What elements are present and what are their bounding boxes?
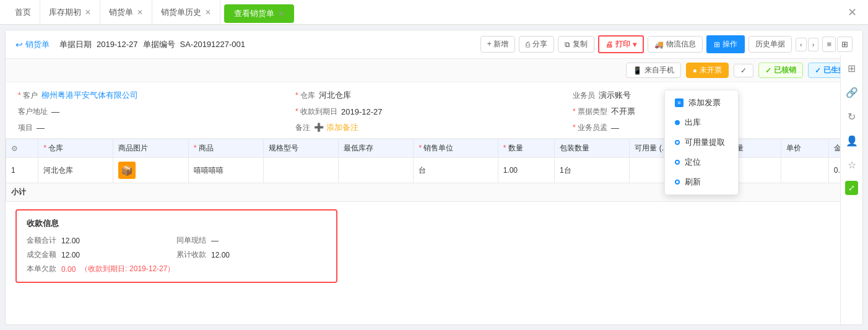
doc-actions: + 新增 ⎙ 分享 ⧉ 复制 🖨 打印 ▾ 🚚 物流信息 ⊞ 操作: [480, 35, 853, 53]
tab-bar: 首页 库存期初 ✕ 销货单 ✕ 销货单历史 ✕ 查看销货单 ✕ ✕: [0, 0, 868, 25]
col-sales-unit: * 销售单位: [414, 139, 498, 158]
doc-title-area: ↩ 销货单 单据日期 2019-12-27 单据编号 SA-20191227-0…: [15, 39, 480, 50]
doc-type-icon: ↩: [15, 40, 23, 50]
doc-date-value: 2019-12-27: [97, 40, 138, 49]
payment-row-total: 金额合计 12.00: [27, 235, 176, 246]
doc-meta: 单据日期 2019-12-27 单据编号 SA-20191227-001: [59, 39, 245, 50]
new-button[interactable]: + 新增: [480, 36, 515, 53]
same-settle-label: 同单现结: [176, 235, 206, 246]
check-mark: ✓: [765, 66, 771, 75]
tab-view-sales[interactable]: 查看销货单 ✕: [224, 4, 294, 23]
payment-title: 收款信息: [27, 218, 326, 229]
right-sidebar: ⊞ 🔗 ↻ 👤 ☆ ⤢: [840, 55, 862, 324]
next-arrow[interactable]: ›: [808, 38, 819, 51]
sub-toolbar: 📱 来自手机 ● 未开票 ✓ ✓ 已核销 ✓ 已生效: [6, 59, 862, 82]
close-view-sales[interactable]: ✕: [278, 10, 284, 17]
print-dropdown-icon: ▾: [633, 40, 636, 49]
from-phone-button[interactable]: 📱 来自手机: [626, 63, 681, 78]
cell-sales-unit: 台: [414, 158, 498, 183]
collected-value: 12.00: [211, 251, 230, 259]
doc-type-badge: ↩ 销货单: [15, 39, 50, 50]
cell-quantity: 1.00: [498, 158, 554, 183]
refresh-icon: [675, 180, 680, 185]
sidebar-table-icon[interactable]: ⊞: [845, 60, 858, 77]
cell-pack-qty: 1台: [555, 158, 630, 183]
payment-row-collected: 累计收款 12.00: [176, 250, 326, 260]
close-sales-order[interactable]: ✕: [137, 9, 143, 16]
not-open-button[interactable]: ● 未开票: [686, 63, 729, 78]
remark-row: 备注 ➕ 添加备注: [295, 122, 573, 133]
grid-view-btn[interactable]: ⊞: [837, 37, 853, 52]
menu-refresh[interactable]: 刷新: [665, 172, 738, 192]
cell-unit-price: [781, 158, 828, 183]
sidebar-star-icon[interactable]: ☆: [845, 157, 859, 173]
ship-out-label: 出库: [685, 117, 701, 128]
menu-available-qty[interactable]: 可用量提取: [665, 132, 738, 152]
doc-number-value: SA-20191227-001: [180, 40, 246, 49]
logistics-button[interactable]: 🚚 物流信息: [648, 36, 703, 53]
salesperson-label: 业务员孟: [573, 123, 607, 133]
ops-icon: ⊞: [714, 40, 720, 49]
col-min-stock: 最低库存: [339, 139, 414, 158]
list-view-btn[interactable]: ≡: [822, 37, 836, 52]
customer-row: 客户 柳州粤港平安气体有限公司: [18, 90, 295, 101]
col-warehouse: * 仓库: [38, 139, 113, 158]
col-settings[interactable]: ⚙: [6, 139, 38, 158]
cell-product: 嘻嘻嘻嘻: [188, 158, 263, 183]
tab-home[interactable]: 首页: [6, 0, 40, 25]
copy-button[interactable]: ⧉ 复制: [558, 36, 594, 53]
customer-value[interactable]: 柳州粤港平安气体有限公司: [41, 90, 138, 101]
customer-label: 客户: [18, 90, 38, 101]
share-button[interactable]: ⎙ 分享: [519, 36, 554, 53]
menu-ship-out[interactable]: 出库: [665, 113, 738, 132]
sidebar-refresh-icon[interactable]: ↻: [845, 108, 858, 125]
close-inventory-init[interactable]: ✕: [85, 9, 91, 16]
prev-arrow[interactable]: ‹: [796, 38, 807, 51]
settings-icon[interactable]: ⚙: [11, 144, 18, 153]
total-value: 12.00: [61, 237, 80, 245]
collected-label: 累计收款: [176, 250, 206, 260]
print-icon: 🖨: [605, 40, 613, 49]
history-button[interactable]: 历史单据: [749, 36, 792, 53]
deal-value: 12.00: [61, 251, 80, 259]
product-thumbnail: 📦: [118, 162, 136, 179]
cell-min-stock: [339, 158, 414, 183]
ship-out-icon: [675, 120, 680, 125]
tab-sales-order[interactable]: 销货单 ✕: [100, 0, 152, 25]
sidebar-expand-icon[interactable]: ⤢: [845, 181, 858, 195]
menu-add-invoice[interactable]: ≡ 添加发票: [665, 93, 738, 113]
remark-add[interactable]: ➕ 添加备注: [314, 122, 358, 133]
total-label: 金额合计: [27, 235, 56, 246]
payment-date-value: 2019-12-27: [341, 107, 383, 116]
refresh-label: 刷新: [685, 176, 701, 188]
cell-row-num: 1: [6, 158, 38, 183]
menu-location[interactable]: 定位: [665, 152, 738, 172]
copy-icon: ⧉: [565, 40, 570, 49]
project-label: 项目: [18, 123, 33, 133]
ops-button[interactable]: ⊞ 操作: [706, 35, 745, 53]
outstanding-label: 本单欠款: [27, 264, 56, 274]
close-sales-history[interactable]: ✕: [205, 9, 211, 16]
warehouse-value: 河北仓库: [319, 90, 351, 101]
tab-inventory-init[interactable]: 库存期初 ✕: [40, 0, 100, 25]
tab-sales-history[interactable]: 销货单历史 ✕: [152, 0, 220, 25]
cell-spec: [263, 158, 338, 183]
sidebar-user-icon[interactable]: 👤: [843, 132, 861, 149]
main-content: ⊞ 🔗 ↻ 👤 ☆ ⤢ ↩ 销货单 单据日期 2019-12-27 单据编号 S…: [5, 30, 863, 325]
ticket-type-value: 不开票: [611, 106, 635, 117]
nav-arrows: ‹ ›: [796, 38, 818, 51]
deal-label: 成交金额: [27, 250, 56, 260]
doc-header: ↩ 销货单 单据日期 2019-12-27 单据编号 SA-20191227-0…: [6, 30, 862, 59]
check-icon-btn[interactable]: ✓: [734, 64, 753, 77]
project-row: 项目 —: [18, 122, 295, 133]
effective-mark: ✓: [815, 66, 821, 75]
ticket-type-label: 票据类型: [573, 106, 607, 117]
tab-bar-close[interactable]: ✕: [843, 6, 862, 19]
print-button[interactable]: 🖨 打印 ▾: [598, 35, 644, 53]
sidebar-link-icon[interactable]: 🔗: [843, 84, 861, 101]
warehouse-label: 仓库: [295, 90, 315, 101]
col-product: * 商品: [188, 139, 263, 158]
cell-warehouse: 河北仓库: [38, 158, 113, 183]
staff-value: 演示账号: [599, 90, 631, 101]
location-label: 定位: [685, 157, 701, 168]
